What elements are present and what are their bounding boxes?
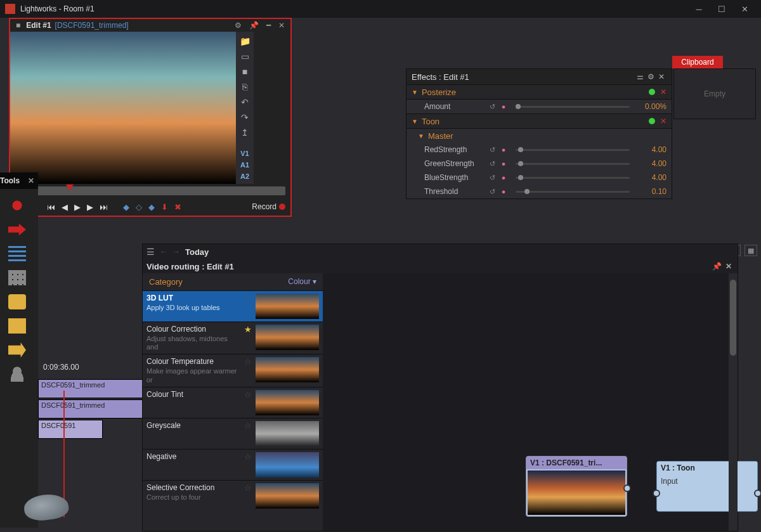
- favorite-star-icon[interactable]: ☆: [244, 390, 252, 415]
- keyframe-reset-icon[interactable]: ↺: [488, 102, 497, 111]
- favorite-star-icon[interactable]: ☆: [244, 452, 252, 477]
- goto-end-button[interactable]: ⏭: [98, 202, 110, 212]
- node-toon[interactable]: V1 : Toon Input: [656, 461, 758, 512]
- favorite-star-icon[interactable]: ☆: [244, 294, 252, 319]
- track-a1[interactable]: A1: [240, 161, 249, 169]
- keyframe-reset-icon[interactable]: ↺: [488, 173, 497, 182]
- nav-back-icon[interactable]: ←: [160, 247, 167, 256]
- pin-icon[interactable]: 📌: [247, 21, 261, 30]
- mark-out-button[interactable]: ◆: [146, 202, 157, 212]
- favorite-star-icon[interactable]: ☆: [244, 357, 252, 384]
- keyframe-reset-icon[interactable]: ↺: [488, 159, 497, 168]
- effects-tool-icon[interactable]: [8, 318, 26, 334]
- close-icon[interactable]: ✕: [724, 262, 734, 271]
- pin-icon[interactable]: 📌: [710, 262, 724, 271]
- category-item-3dlut[interactable]: 3D LUT Apply 3D look up tables ☆: [143, 290, 323, 321]
- minimize-icon[interactable]: ━: [264, 21, 273, 30]
- folder-icon[interactable]: 📁: [239, 36, 250, 47]
- param-value[interactable]: 4.00: [635, 159, 667, 168]
- timeline-clip[interactable]: DSCF0591_trimmed: [38, 379, 146, 398]
- node-canvas[interactable]: V1 : DSCF0591_tri... V1 : Toon Input V1 …: [323, 273, 738, 531]
- keyframe-icon[interactable]: ●: [499, 187, 508, 196]
- param-slider[interactable]: [516, 149, 630, 151]
- mark-in-button[interactable]: ◆: [121, 202, 131, 212]
- playhead-marker[interactable]: [66, 185, 74, 191]
- favorite-star-icon[interactable]: ☆: [244, 483, 252, 509]
- keyframe-icon[interactable]: ●: [499, 159, 508, 168]
- mark-clear-button[interactable]: ◇: [134, 202, 144, 212]
- param-value[interactable]: 0.10: [635, 187, 667, 196]
- grid-view-icon[interactable]: ▦: [745, 245, 757, 256]
- minimize-button[interactable]: ─: [687, 0, 710, 18]
- timeline-clip[interactable]: DSCF0591: [38, 420, 103, 439]
- maximize-button[interactable]: ☐: [710, 0, 733, 18]
- track-a2[interactable]: A2: [240, 172, 249, 180]
- node-scrollbar[interactable]: [729, 273, 738, 531]
- bracket-icon[interactable]: ⎘: [239, 81, 250, 93]
- keyframe-icon[interactable]: ●: [499, 145, 508, 154]
- close-icon[interactable]: ✕: [276, 21, 287, 30]
- favorite-star-icon[interactable]: ☆: [244, 421, 252, 446]
- scrub-bar[interactable]: [15, 186, 285, 195]
- step-back-button[interactable]: ◀: [60, 202, 70, 212]
- panel-icon[interactable]: ▭: [239, 51, 250, 62]
- gear-icon[interactable]: ⚙: [646, 72, 656, 81]
- import-tool-icon[interactable]: [8, 222, 26, 237]
- category-item-selective-correction[interactable]: Selective Correction Correct up to four …: [143, 480, 323, 511]
- keyframe-reset-icon[interactable]: ↺: [488, 187, 497, 196]
- node-output-port[interactable]: [754, 490, 761, 497]
- menu-icon[interactable]: ☰: [146, 247, 155, 257]
- remove-button[interactable]: ⬇: [159, 202, 170, 212]
- edit-tool-icon[interactable]: [8, 246, 26, 261]
- remove-effect-icon[interactable]: ✕: [660, 88, 667, 96]
- redo-icon[interactable]: ↷: [239, 112, 250, 123]
- keyframe-icon[interactable]: ●: [499, 173, 508, 182]
- category-item-colour-correction[interactable]: Colour Correction Adjust shadows, midton…: [143, 321, 323, 354]
- param-slider[interactable]: [516, 191, 630, 193]
- step-fwd-button[interactable]: ▶: [85, 202, 95, 212]
- node-source[interactable]: V1 : DSCF0591_tri...: [526, 456, 627, 517]
- node-output-port[interactable]: [623, 484, 631, 492]
- settings-icon[interactable]: ⚌: [635, 72, 646, 81]
- effect-enabled-led[interactable]: [649, 89, 655, 95]
- node-input-port[interactable]: [653, 490, 660, 497]
- param-slider[interactable]: [516, 177, 630, 179]
- param-slider[interactable]: [516, 163, 630, 165]
- keyframe-icon[interactable]: ●: [499, 102, 508, 111]
- video-viewer[interactable]: [10, 32, 236, 184]
- export-icon[interactable]: ↥: [239, 127, 250, 138]
- nav-fwd-icon[interactable]: →: [172, 247, 180, 256]
- goto-start-button[interactable]: ⏮: [45, 202, 57, 212]
- record-button[interactable]: Record: [252, 202, 285, 211]
- delete-button[interactable]: ✖: [172, 202, 183, 212]
- undo-icon[interactable]: ↶: [239, 96, 250, 108]
- close-button[interactable]: ✕: [733, 0, 756, 18]
- effect-group-header[interactable]: ▼ Toon ✕: [407, 114, 672, 129]
- search-tool-icon[interactable]: [8, 294, 26, 309]
- user-tool-icon[interactable]: [8, 367, 26, 382]
- project-name[interactable]: Today: [185, 247, 209, 257]
- timeline-clip[interactable]: DSCF0591_trimmed: [38, 399, 146, 418]
- keyframe-reset-icon[interactable]: ↺: [488, 145, 497, 154]
- param-slider[interactable]: [516, 106, 630, 108]
- gear-icon[interactable]: ⚙: [233, 21, 244, 30]
- param-value[interactable]: 4.00: [635, 173, 667, 182]
- category-item-negative[interactable]: Negative ☆: [143, 449, 323, 480]
- remove-effect-icon[interactable]: ✕: [660, 117, 667, 126]
- category-item-greyscale[interactable]: Greyscale ☆: [143, 418, 323, 449]
- effect-group-header[interactable]: ▼ Posterize ✕: [407, 84, 672, 100]
- close-icon[interactable]: ✕: [656, 72, 667, 81]
- param-value[interactable]: 0.00%: [635, 102, 667, 111]
- clipboard-tab[interactable]: Clipboard: [672, 56, 723, 68]
- record-tool-icon[interactable]: [8, 198, 26, 213]
- effect-enabled-led[interactable]: [649, 118, 655, 124]
- category-item-colour-tint[interactable]: Colour Tint ☆: [143, 387, 323, 418]
- effect-subgroup-header[interactable]: ▼ Master: [407, 129, 672, 143]
- category-dropdown[interactable]: Colour ▾: [288, 277, 316, 287]
- param-value[interactable]: 4.00: [635, 145, 667, 154]
- category-item-colour-temperature[interactable]: Colour Temperature Make images appear wa…: [143, 354, 323, 386]
- fill-icon[interactable]: ■: [239, 66, 250, 77]
- track-v1[interactable]: V1: [240, 150, 249, 157]
- bin-tool-icon[interactable]: [8, 270, 26, 285]
- favorite-star-icon[interactable]: ★: [244, 325, 252, 351]
